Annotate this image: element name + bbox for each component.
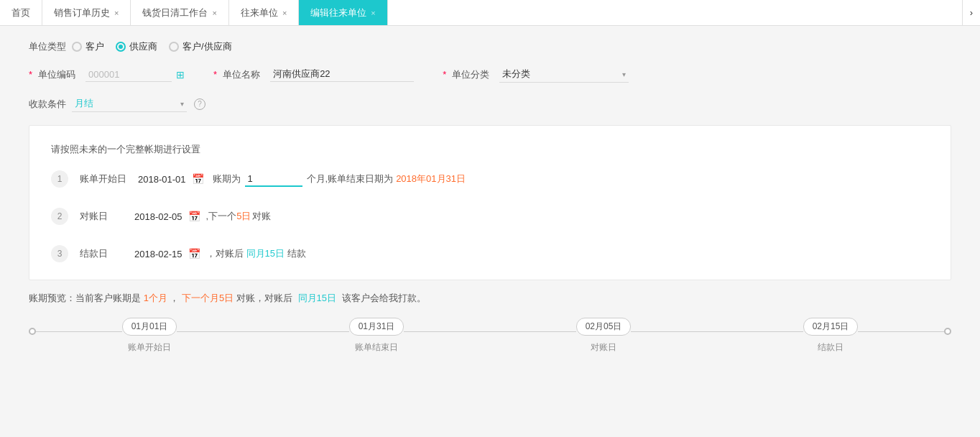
tl-line-1 (36, 331, 122, 332)
section-instruction: 请按照未来的一个完整帐期进行设置 (51, 143, 929, 156)
step-3-date: 2018-02-15 (134, 249, 182, 259)
preview-text-3: 对账，对账后 (236, 293, 292, 303)
unit-type-label: 单位类型 (29, 40, 66, 53)
payment-terms-label: 收款条件 (29, 98, 66, 111)
tl-label-2: 账单结束日 (355, 341, 398, 354)
radio-circle-customer (72, 42, 82, 52)
unit-category-label: 单位分类 (452, 68, 489, 81)
payment-terms-select[interactable]: 月结 ▾ (72, 96, 187, 112)
tl-line-3 (404, 331, 575, 332)
radio-supplier[interactable]: 供应商 (116, 40, 157, 53)
step-1-row: 1 账单开始日 2018-01-01 📅 账期为 个月,账单结束日期为 2018… (51, 170, 929, 188)
tl-badge-2: 01月31日 (349, 318, 405, 336)
step-2-desc-2: 对账 (252, 210, 271, 223)
radio-customer-supplier[interactable]: 客户/供应商 (169, 40, 232, 53)
tl-node-4: 02月15日 结款日 (803, 318, 859, 354)
tl-line-5 (858, 331, 944, 332)
radio-label-customer-supplier: 客户/供应商 (182, 40, 232, 53)
radio-label-customer: 客户 (85, 40, 104, 53)
tl-label-4: 结款日 (818, 341, 843, 354)
step-2-date: 2018-02-05 (134, 211, 182, 222)
unit-category-group: * 单位分类 未分类 ▾ (443, 66, 629, 83)
tl-node-3: 02月05日 对账日 (576, 318, 632, 354)
step-3-calendar-icon[interactable]: 📅 (188, 248, 200, 259)
step-1-desc-prefix: 账期为 (213, 172, 241, 185)
tab-partner-units[interactable]: 往来单位 × (229, 0, 299, 25)
tab-edit-partner[interactable]: 编辑往来单位 × (299, 0, 387, 25)
step-1-end-date: 2018年01月31日 (396, 172, 466, 185)
unit-code-group: * 单位编码 ⊞ (29, 68, 185, 82)
tl-dot (29, 328, 36, 335)
copy-icon[interactable]: ⊞ (176, 69, 185, 80)
unit-code-required: * (29, 69, 32, 80)
tab-more-button[interactable]: › (962, 0, 980, 25)
radio-label-supplier: 供应商 (129, 40, 157, 53)
preview-highlight-1: 1个月 (144, 293, 167, 303)
step-1-calendar-icon[interactable]: 📅 (192, 173, 204, 185)
radio-circle-supplier (116, 42, 126, 52)
chevron-right-icon: › (970, 7, 973, 18)
tl-node-1: 01月01日 账单开始日 (122, 318, 177, 354)
tab-sales-order-history[interactable]: 销售订单历史 × (42, 0, 131, 25)
step-1-desc-suffix: 个月,账单结束日期为 (307, 172, 394, 185)
step-1-number: 1 (51, 170, 68, 188)
tl-start-dot (29, 318, 36, 335)
unit-type-radio-group: 客户 供应商 客户/供应商 (72, 40, 232, 53)
step-2-highlight: 5日 (236, 210, 251, 223)
tl-line-2 (177, 331, 348, 332)
step-1-months-input[interactable] (245, 172, 302, 187)
tab-cash-flow[interactable]: 钱货日清工作台 × (131, 0, 228, 25)
tl-badge-4: 02月15日 (803, 318, 859, 336)
close-icon[interactable]: × (212, 9, 216, 17)
step-3-row: 3 结款日 2018-02-15 📅 ，对账后 同月15日 结款 (51, 245, 929, 262)
unit-name-input[interactable] (270, 68, 414, 82)
tl-node-2: 01月31日 账单结束日 (349, 318, 405, 354)
tab-home[interactable]: 首页 (0, 0, 42, 25)
close-icon[interactable]: × (114, 9, 119, 17)
step-1-date: 2018-01-01 (138, 174, 186, 185)
timeline: 01月01日 账单开始日 01月31日 账单结束日 02月05日 对账日 02月… (29, 312, 951, 359)
preview-label: 账期预览：当前客户账期是 (29, 293, 141, 303)
step-3-desc-2: 结款 (287, 247, 306, 260)
tl-label-1: 账单开始日 (128, 341, 171, 354)
step-3-label: 结款日 (80, 247, 123, 260)
tl-badge-3: 02月05日 (576, 318, 632, 336)
radio-circle-customer-supplier (169, 42, 179, 52)
preview-area: 账期预览：当前客户账期是 1个月 ， 下一个月5日 对账，对账后 同月15日 该… (29, 280, 951, 312)
tab-bar: 首页 销售订单历史 × 钱货日清工作台 × 往来单位 × 编辑往来单位 × › (0, 0, 980, 26)
main-content: 单位类型 客户 供应商 客户/供应商 * 单位编码 ⊞ * 单位名称 (0, 26, 980, 437)
tl-label-3: 对账日 (591, 341, 616, 354)
tl-badge-1: 01月01日 (122, 318, 177, 336)
tl-line-4 (631, 331, 803, 332)
unit-category-required: * (443, 69, 446, 80)
unit-category-select[interactable]: 未分类 ▾ (499, 66, 629, 83)
close-icon[interactable]: × (371, 9, 375, 17)
step-2-label: 对账日 (80, 210, 123, 223)
preview-highlight-3: 同月15日 (298, 293, 336, 303)
unit-code-input[interactable] (85, 68, 172, 82)
unit-name-label: 单位名称 (223, 68, 260, 81)
step-1-label: 账单开始日 (80, 172, 126, 185)
help-icon[interactable]: ? (194, 98, 205, 110)
radio-customer[interactable]: 客户 (72, 40, 104, 53)
payment-terms-value: 月结 (75, 97, 93, 110)
unit-code-label: 单位编码 (38, 68, 75, 81)
step-2-number: 2 (51, 208, 68, 225)
chevron-down-icon-2: ▾ (180, 100, 184, 108)
step-2-desc-1: ,下一个 (206, 210, 237, 223)
step-3-desc-1: ，对账后 (206, 247, 244, 260)
chevron-down-icon: ▾ (622, 70, 626, 78)
preview-sep-1: ， (170, 293, 179, 303)
settings-section: 请按照未来的一个完整帐期进行设置 1 账单开始日 2018-01-01 📅 账期… (29, 125, 951, 280)
unit-type-row: 单位类型 客户 供应商 客户/供应商 (29, 40, 951, 53)
preview-highlight-2: 下一个月5日 (182, 293, 234, 303)
close-icon[interactable]: × (282, 9, 287, 17)
tl-end-dot (944, 318, 951, 335)
unit-category-value: 未分类 (502, 68, 530, 80)
unit-details-row: * 单位编码 ⊞ * 单位名称 * 单位分类 未分类 ▾ (29, 66, 951, 83)
preview-text-4: 该客户会给我打款。 (342, 293, 426, 303)
tl-end-dot-shape (944, 328, 951, 335)
step-3-highlight: 同月15日 (246, 247, 285, 260)
step-3-number: 3 (51, 245, 68, 262)
step-2-calendar-icon[interactable]: 📅 (188, 211, 200, 222)
